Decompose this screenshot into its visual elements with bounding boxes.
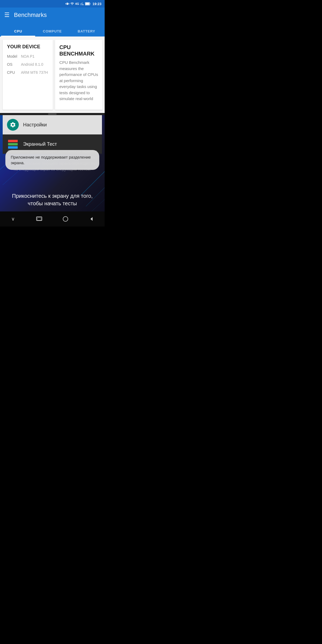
recents-icon [36, 217, 42, 221]
svg-marker-11 [90, 217, 93, 221]
wifi-icon [70, 2, 74, 6]
divider-handle [48, 114, 57, 115]
tab-compute[interactable]: COMPUTE [35, 25, 69, 36]
network-indicator: 4G [75, 2, 79, 5]
status-bar: 4G 19:23 [0, 0, 105, 8]
device-os-row: OS Android 8.1.0 [7, 62, 49, 67]
benchmark-title: CPU BENCHMARK [59, 44, 98, 57]
settings-app-item[interactable]: Настройки [3, 115, 102, 134]
benchmark-card: CPU BENCHMARK CPU Benchmark measures the… [55, 40, 103, 110]
device-model-row: Model NOA P1 [7, 54, 49, 58]
nav-down-button[interactable]: ∨ [5, 214, 21, 224]
back-icon [89, 216, 94, 222]
nav-bar: ∨ [0, 211, 105, 226]
nav-home-button[interactable] [57, 214, 74, 224]
status-time: 19:23 [93, 2, 101, 6]
svg-rect-1 [90, 3, 90, 5]
device-card: YOUR DEVICE Model NOA P1 OS Android 8.1.… [3, 40, 53, 110]
settings-icon-circle [7, 119, 19, 131]
home-icon [63, 216, 68, 222]
os-value: Android 8.1.0 [21, 62, 43, 67]
model-label: Model [7, 54, 19, 58]
settings-label: Настройки [23, 122, 47, 128]
down-chevron-icon: ∨ [11, 216, 15, 222]
nav-recents-button[interactable] [31, 214, 47, 224]
signal-icon [80, 2, 84, 6]
svg-rect-9 [37, 218, 41, 220]
cpu-value: ARM MT6 737H [21, 70, 48, 75]
benchmark-description: CPU Benchmark measures the performance o… [59, 60, 98, 102]
model-value: NOA P1 [21, 54, 35, 58]
vibrate-icon [65, 2, 69, 6]
device-card-title: YOUR DEVICE [7, 44, 49, 50]
toast-message: Приложение не поддерживает разделение эк… [5, 150, 99, 170]
svg-point-10 [63, 217, 68, 221]
menu-button[interactable]: ☰ [4, 12, 10, 18]
tab-battery[interactable]: BATTERY [69, 25, 104, 36]
tab-cpu[interactable]: CPU [1, 25, 35, 36]
nav-back-button[interactable] [83, 214, 100, 224]
device-cpu-row: CPU ARM MT6 737H [7, 70, 49, 75]
battery-icon [85, 2, 90, 6]
app-bar: ☰ Benchmarks [0, 8, 105, 23]
svg-rect-2 [85, 3, 89, 5]
bottom-screen: Настройки Экранный Тест Приложение демон… [0, 115, 105, 226]
tab-bar: CPU COMPUTE BATTERY [0, 23, 105, 36]
gear-icon [10, 122, 16, 128]
divider-line [0, 113, 105, 115]
touch-prompt: Прикоснитесь к экрану для того, чтобы на… [0, 192, 105, 207]
app-title: Benchmarks [14, 12, 47, 19]
main-content-top: YOUR DEVICE Model NOA P1 OS Android 8.1.… [0, 36, 105, 113]
status-icons: 4G 19:23 [65, 2, 101, 6]
cpu-label: CPU [7, 70, 19, 75]
os-label: OS [7, 62, 19, 67]
